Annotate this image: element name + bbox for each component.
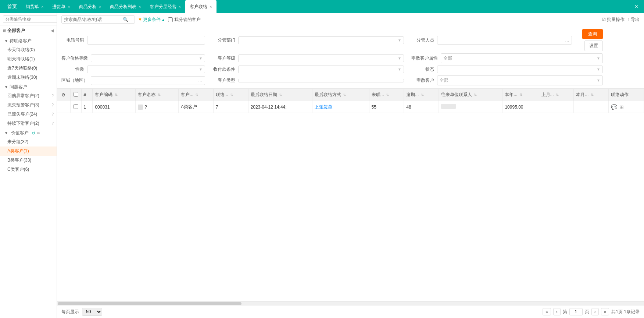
row-actions: 💬 ⊞ bbox=[609, 101, 644, 113]
row-code[interactable]: 000031 bbox=[93, 101, 136, 113]
col-name[interactable]: 客户名称 ⇅ bbox=[136, 89, 179, 101]
col-this-month[interactable]: 本月... ⇅ bbox=[574, 89, 609, 101]
last-page-btn[interactable]: » bbox=[601, 308, 609, 315]
customer-color-dot bbox=[138, 105, 143, 110]
col-unit-contact[interactable]: 往来单位联系人 ⇅ bbox=[439, 89, 502, 101]
tab-product-list[interactable]: 商品分析列表 × bbox=[105, 0, 145, 13]
price-level-select[interactable]: ▼ bbox=[91, 54, 205, 62]
sort-icon: ⇅ bbox=[115, 93, 118, 97]
page-number-input[interactable] bbox=[569, 308, 583, 315]
col-last-month[interactable]: 上月... ⇅ bbox=[539, 89, 574, 101]
batch-ops-btn[interactable]: ☑ 批量操作 bbox=[602, 17, 625, 23]
sidebar-item-unclassified[interactable]: 未分组(32) bbox=[0, 137, 57, 146]
row-name: ? bbox=[136, 101, 179, 113]
tab-purchase[interactable]: 进货单 × bbox=[48, 0, 74, 13]
col-last-contact-date[interactable]: 最后联络日期 ⇅ bbox=[248, 89, 312, 101]
tab-sales[interactable]: 销货单 × bbox=[21, 0, 48, 13]
last-contact-link[interactable]: 下销货单 bbox=[315, 104, 332, 109]
total-label: 共1页 1条记录 bbox=[611, 309, 640, 315]
phone-input[interactable] bbox=[87, 36, 205, 45]
row-select-checkbox[interactable] bbox=[74, 104, 78, 109]
tab-sales-close[interactable]: × bbox=[41, 4, 43, 9]
scrollbar-thumb[interactable] bbox=[58, 302, 242, 305]
col-code[interactable]: 客户编码 ⇅ bbox=[93, 89, 136, 101]
first-page-btn[interactable]: « bbox=[543, 308, 551, 315]
col-overdue[interactable]: 逾期... ⇅ bbox=[404, 89, 439, 101]
per-page-select[interactable]: 50 100 200 bbox=[82, 308, 102, 316]
col-contact[interactable]: 联络... ⇅ bbox=[213, 89, 248, 101]
sort-icon9: ⇅ bbox=[474, 93, 477, 97]
manager-select[interactable]: … bbox=[437, 36, 572, 45]
gear-col-header[interactable]: ⚙ bbox=[57, 89, 70, 101]
refresh-icon[interactable]: ↺ bbox=[32, 131, 35, 136]
export-btn[interactable]: ↑ 导出 bbox=[627, 17, 640, 23]
settings-button[interactable]: 设置 bbox=[584, 40, 603, 51]
help-icon4: ? bbox=[51, 121, 54, 126]
sidebar-item-tomorrow[interactable]: 明天待联络(1) bbox=[0, 54, 57, 64]
horizontal-scrollbar[interactable] bbox=[57, 301, 644, 305]
row-checkbox bbox=[70, 101, 81, 113]
sidebar-item-unclassified-label: 未分组(32) bbox=[7, 139, 28, 145]
retail-customer-select[interactable]: 全部 ▼ bbox=[437, 75, 603, 85]
sidebar-item-repurchase[interactable]: 回购异常客户(2) ? bbox=[0, 91, 57, 100]
filter-manager: 分管人员 … 查询 设置 bbox=[411, 29, 640, 51]
query-button[interactable]: 查询 bbox=[582, 29, 603, 39]
col-category[interactable]: 客户... ⇅ bbox=[178, 89, 213, 101]
my-customers-checkbox[interactable] bbox=[168, 17, 173, 22]
sidebar-search-input[interactable] bbox=[3, 15, 57, 23]
sidebar-item-class-b[interactable]: B类客户(33) bbox=[0, 156, 57, 165]
close-all-button[interactable]: × bbox=[632, 3, 641, 10]
customer-level-select[interactable]: ▼ bbox=[238, 54, 404, 62]
customer-level-chevron: ▼ bbox=[398, 56, 401, 60]
sidebar-item-today[interactable]: 今天待联络(0) bbox=[0, 45, 57, 54]
tab-customer-contact-close[interactable]: × bbox=[210, 4, 212, 9]
sidebar-item-overdue[interactable]: 逾期未联络(30) bbox=[0, 73, 57, 82]
prev-page-btn[interactable]: ‹ bbox=[553, 308, 561, 315]
row-last-month bbox=[539, 101, 574, 113]
next-page-btn[interactable]: › bbox=[591, 308, 599, 315]
row-last-contact-method[interactable]: 下销货单 bbox=[312, 101, 369, 113]
tab-customer-tier[interactable]: 客户分层经营 × bbox=[146, 0, 185, 13]
my-customers-checkbox-wrap[interactable]: 我分管的客户 bbox=[168, 17, 201, 23]
filter-search-input[interactable] bbox=[64, 17, 123, 22]
row-this-year: 10995.00 bbox=[502, 101, 539, 113]
home-tab[interactable]: 首页 bbox=[3, 0, 21, 13]
collapse-icon[interactable]: ◀ bbox=[51, 28, 54, 33]
payment-select[interactable]: ▼ bbox=[238, 66, 404, 73]
col-last-contact-method[interactable]: 最后联络方式 ⇅ bbox=[312, 89, 369, 101]
retail-attr-label: 零散客户属性 bbox=[411, 55, 441, 61]
nature-select[interactable]: ▼ bbox=[87, 66, 205, 73]
more-conditions-label: 更多条件 bbox=[143, 17, 161, 23]
edit-icon[interactable]: ✏ bbox=[37, 131, 40, 136]
sidebar-item-loss-warning[interactable]: 流失预警客户(3) ? bbox=[0, 100, 57, 110]
filter-nature: 性质 ▼ bbox=[61, 66, 205, 73]
dept-select[interactable]: ▼ bbox=[238, 36, 404, 44]
status-select[interactable]: ▼ bbox=[437, 66, 603, 73]
tab-purchase-close[interactable]: × bbox=[68, 4, 70, 9]
all-customers-label: 全部客户 bbox=[7, 28, 25, 34]
sidebar-item-7days[interactable]: 近7天待联络(0) bbox=[0, 64, 57, 73]
tab-product-analysis[interactable]: 商品分析 × bbox=[75, 0, 105, 13]
grid-action-icon[interactable]: ⊞ bbox=[619, 104, 624, 110]
more-conditions-btn[interactable]: ▼ 更多条件 ▲ bbox=[138, 17, 165, 23]
sidebar-item-class-a[interactable]: A类客户(1) bbox=[0, 146, 57, 156]
retail-attr-select[interactable]: 全部 ▼ bbox=[441, 53, 603, 63]
sidebar-item-lost[interactable]: 已流失客户(24) ? bbox=[0, 110, 57, 119]
tab-customer-tier-close[interactable]: × bbox=[179, 4, 181, 9]
group-pending-label: 待联络客户 bbox=[10, 38, 32, 44]
region-select[interactable]: … bbox=[91, 76, 205, 85]
chat-icon[interactable]: 💬 bbox=[611, 104, 617, 110]
filter-search-icon[interactable]: 🔍 bbox=[123, 17, 128, 22]
tab-product-analysis-close[interactable]: × bbox=[99, 4, 101, 9]
tab-customer-contact[interactable]: 客户联络 × bbox=[185, 0, 216, 13]
tab-product-analysis-label: 商品分析 bbox=[79, 4, 97, 10]
sidebar-item-class-c[interactable]: C类客户(6) bbox=[0, 165, 57, 174]
customer-type-input[interactable] bbox=[238, 79, 404, 82]
select-all-checkbox[interactable] bbox=[74, 92, 78, 97]
col-not-contacted[interactable]: 未联... ⇅ bbox=[369, 89, 404, 101]
col-this-year[interactable]: 本年... ⇅ bbox=[502, 89, 539, 101]
sidebar-item-declining[interactable]: 持续下滑客户(2) ? bbox=[0, 119, 57, 128]
filter-bar-right: ☑ 批量操作 ↑ 导出 bbox=[602, 17, 640, 23]
tab-product-list-close[interactable]: × bbox=[139, 4, 141, 9]
sidebar-all-customers[interactable]: ⊞ 全部客户 ◀ bbox=[0, 25, 57, 36]
